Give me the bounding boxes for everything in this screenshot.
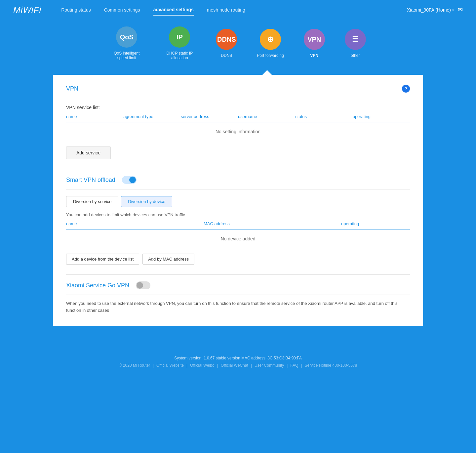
device-col-mac: MAC address bbox=[204, 221, 341, 226]
username-dropdown[interactable]: Xiaomi_90FA (Home) ▾ bbox=[407, 7, 454, 13]
smart-vpn-header: Smart VPN offload bbox=[66, 176, 410, 189]
toggle-track bbox=[122, 176, 137, 184]
logo: MiWiFi bbox=[13, 5, 41, 15]
ip-icon-text: IP bbox=[177, 33, 183, 41]
add-mac-button[interactable]: Add by MAC address bbox=[142, 254, 194, 265]
xiaomi-service-title: Xiaomi Service Go VPN bbox=[66, 282, 129, 289]
qos-label: QoS intelligent speed limit bbox=[110, 51, 143, 60]
icon-ddns[interactable]: DDNS DDNS bbox=[216, 29, 237, 58]
help-icon[interactable]: ? bbox=[402, 85, 410, 93]
footer-copyright: © 2020 Mi Router bbox=[119, 363, 150, 368]
footer-hotline[interactable]: Service Hotline 400-100-5678 bbox=[305, 363, 357, 368]
col-status: status bbox=[295, 114, 352, 119]
ddns-icon-circle: DDNS bbox=[216, 29, 237, 50]
col-agreement: agreement type bbox=[123, 114, 180, 119]
footer-links: © 2020 Mi Router | Official Website | Of… bbox=[7, 363, 469, 368]
device-col-operating: operating bbox=[341, 221, 410, 226]
xiaomi-service-toggle[interactable] bbox=[136, 281, 150, 289]
toggle-thumb bbox=[129, 177, 136, 183]
main-content: VPN ? VPN service list: name agreement t… bbox=[53, 75, 423, 326]
other-icon-text: ☰ bbox=[352, 35, 359, 44]
icon-qos[interactable]: QoS QoS intelligent speed limit bbox=[110, 26, 143, 60]
device-table-header: name MAC address operating bbox=[66, 221, 410, 229]
chevron-down-icon: ▾ bbox=[452, 8, 454, 12]
icon-vpn[interactable]: VPN VPN bbox=[304, 29, 325, 58]
nav-common-settings[interactable]: Common settings bbox=[104, 5, 140, 15]
qos-icon-circle: QoS bbox=[116, 26, 137, 48]
header: MiWiFi Routing status Common settings ad… bbox=[0, 0, 476, 20]
vpn-label: VPN bbox=[310, 53, 318, 58]
vpn-icon-circle: VPN bbox=[304, 29, 325, 50]
footer-sep-5: | bbox=[287, 363, 288, 368]
col-username: username bbox=[238, 114, 295, 119]
tab-diversion-by-service[interactable]: Diversion by service bbox=[66, 196, 118, 207]
other-label: other bbox=[351, 53, 360, 58]
mail-icon[interactable]: ✉ bbox=[458, 6, 463, 14]
device-empty-message: No device added bbox=[66, 229, 410, 248]
port-icon-text: ⊕ bbox=[267, 35, 274, 44]
xiaomi-service-description: When you need to use the external networ… bbox=[66, 300, 410, 314]
ip-label: DHCP static IP allocation bbox=[163, 51, 196, 60]
ip-icon-circle: IP bbox=[169, 26, 190, 48]
nav-advanced-settings[interactable]: advanced settings bbox=[153, 4, 194, 16]
footer-official-wechat[interactable]: Official WeChat bbox=[221, 363, 248, 368]
footer: System version: 1.0.67 stable version MA… bbox=[0, 349, 476, 374]
device-col-name: name bbox=[66, 221, 204, 226]
smart-vpn-toggle[interactable] bbox=[122, 176, 137, 184]
ddns-label: DDNS bbox=[221, 53, 232, 58]
port-icon-circle: ⊕ bbox=[260, 29, 281, 50]
icon-port-forwarding[interactable]: ⊕ Port forwarding bbox=[257, 29, 284, 58]
footer-sep-4: | bbox=[251, 363, 252, 368]
vpn-icon-text: VPN bbox=[307, 36, 321, 43]
smart-vpn-section: Smart VPN offload Diversion by service D… bbox=[66, 169, 410, 265]
nav-mesh-node[interactable]: mesh node routing bbox=[207, 5, 245, 15]
tab-diversion-by-device[interactable]: Diversion by device bbox=[121, 196, 172, 207]
xiaomi-service-section: Xiaomi Service Go VPN When you need to u… bbox=[66, 274, 410, 314]
icons-row: QoS QoS intelligent speed limit IP DHCP … bbox=[0, 20, 476, 70]
diversion-tabs: Diversion by service Diversion by device bbox=[66, 196, 410, 207]
add-service-button[interactable]: Add service bbox=[66, 146, 111, 159]
vpn-service-table: name agreement type server address usern… bbox=[66, 114, 410, 141]
vpn-table-header: name agreement type server address usern… bbox=[66, 114, 410, 122]
xiaomi-service-header: Xiaomi Service Go VPN bbox=[66, 281, 410, 295]
device-buttons: Add a device from the device list Add by… bbox=[66, 254, 410, 265]
other-icon-circle: ☰ bbox=[345, 29, 366, 50]
footer-sep-1: | bbox=[153, 363, 154, 368]
footer-sep-2: | bbox=[186, 363, 187, 368]
add-device-list-button[interactable]: Add a device from the device list bbox=[66, 254, 139, 265]
footer-sep-6: | bbox=[301, 363, 302, 368]
icon-other[interactable]: ☰ other bbox=[345, 29, 366, 58]
vpn-section-header: VPN ? bbox=[66, 85, 410, 98]
xiaomi-toggle-thumb bbox=[137, 282, 143, 289]
footer-system-info: System version: 1.0.67 stable version MA… bbox=[7, 356, 469, 360]
footer-faq[interactable]: FAQ bbox=[290, 363, 298, 368]
footer-user-community[interactable]: User Community bbox=[255, 363, 284, 368]
qos-icon-text: QoS bbox=[120, 33, 134, 41]
vpn-section-title: VPN bbox=[66, 85, 78, 92]
smart-vpn-title: Smart VPN offload bbox=[66, 177, 115, 184]
vpn-empty-message: No setting information bbox=[66, 122, 410, 141]
nav-right: Xiaomi_90FA (Home) ▾ ✉ bbox=[407, 6, 463, 14]
ddns-icon-text: DDNS bbox=[217, 36, 236, 43]
main-nav: Routing status Common settings advanced … bbox=[61, 4, 407, 16]
vpn-selected-arrow bbox=[262, 70, 272, 75]
port-label: Port forwarding bbox=[257, 53, 284, 58]
footer-official-website[interactable]: Official Website bbox=[156, 363, 184, 368]
col-operating: operating bbox=[353, 114, 410, 119]
footer-official-weibo[interactable]: Official Weibo bbox=[190, 363, 215, 368]
username-label: Xiaomi_90FA (Home) bbox=[407, 7, 451, 13]
col-server: server address bbox=[181, 114, 238, 119]
vpn-service-list-label: VPN service list: bbox=[66, 105, 410, 110]
col-name: name bbox=[66, 114, 123, 119]
nav-routing-status[interactable]: Routing status bbox=[61, 5, 91, 15]
footer-sep-3: | bbox=[217, 363, 218, 368]
device-hint: You can add devices to limit which devic… bbox=[66, 212, 410, 217]
icon-ip[interactable]: IP DHCP static IP allocation bbox=[163, 26, 196, 60]
xiaomi-toggle-track bbox=[136, 281, 150, 289]
